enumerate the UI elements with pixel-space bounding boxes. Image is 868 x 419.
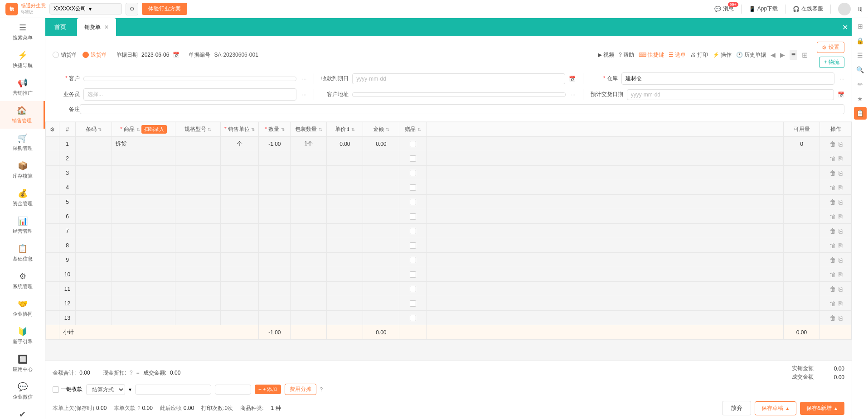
warehouse-dots[interactable]: ··· — [840, 76, 844, 82]
td-unit-1[interactable]: 个 — [221, 137, 259, 151]
delete-icon-3[interactable]: 🗑 — [829, 169, 836, 177]
th-gift[interactable]: 赠品 ⇅ — [399, 122, 427, 137]
delete-icon-6[interactable]: 🗑 — [829, 213, 836, 220]
expected-date-input[interactable]: yyyy-mm-dd — [627, 89, 834, 100]
message-btn[interactable]: 💬 消息 99+ — [714, 5, 734, 13]
logistics-btn[interactable]: + 物流 — [819, 57, 844, 68]
settlement-method-select[interactable]: 结算方式 — [86, 384, 125, 395]
online-service-btn[interactable]: 🎧 在线客服 — [793, 5, 823, 13]
toolbar-help[interactable]: ? 帮助 — [619, 51, 634, 59]
delete-icon-7[interactable]: 🗑 — [829, 227, 836, 235]
sidebar-item-basic-info[interactable]: 📋 基础信息 — [0, 239, 45, 267]
sidebar-item-quick-nav[interactable]: ⚡ 快捷导航 — [0, 46, 45, 73]
td-qty-1[interactable]: -1.00 — [259, 137, 291, 151]
td-price-1[interactable]: 0.00 — [327, 137, 363, 151]
list-view-icon[interactable]: ≡ — [790, 50, 797, 60]
delete-icon-4[interactable]: 🗑 — [829, 184, 836, 191]
copy-icon-8[interactable]: ⎘ — [839, 242, 842, 249]
one-click-payment[interactable]: 一键收款 — [53, 385, 82, 393]
warehouse-input[interactable]: 建材仓 — [621, 72, 834, 85]
toolbar-video[interactable]: ▶ 视频 — [598, 51, 614, 59]
rp-filter-icon[interactable]: ☰ — [854, 49, 867, 62]
copy-icon-3[interactable]: ⎘ — [839, 169, 842, 177]
th-pkg-qty[interactable]: 包装数量 ⇅ — [291, 122, 327, 137]
copy-icon-5[interactable]: ⎘ — [839, 198, 842, 206]
save-draft-button[interactable]: 保存草稿 ▲ — [755, 401, 796, 415]
expected-calendar-icon[interactable]: 📅 — [838, 92, 844, 98]
fees-question-icon[interactable]: ? — [320, 386, 323, 393]
copy-icon-2[interactable]: ⎘ — [839, 155, 842, 162]
grid-view-icon[interactable]: ⊞ — [802, 51, 808, 59]
rp-lock-icon[interactable]: 🔒 — [854, 34, 867, 47]
radio-sales-order[interactable]: 销货单 — [53, 51, 77, 59]
discard-button[interactable]: 放弃 — [722, 401, 751, 415]
customer-input[interactable] — [83, 77, 296, 81]
sidebar-item-enterprise-wechat[interactable]: 💬 企业微信 — [0, 377, 45, 405]
sidebar-item-marketing[interactable]: 📢 营销推广 — [0, 73, 45, 101]
salesperson-input[interactable]: 选择... — [83, 88, 296, 101]
toolbar-print[interactable]: 🖨 打印 — [690, 51, 708, 59]
add-payment-button[interactable]: + + 添加 — [255, 385, 281, 394]
sidebar-item-sys-mgmt[interactable]: ⚙ 系统管理 — [0, 267, 45, 294]
th-qty[interactable]: * 数量 ⇅ — [259, 122, 291, 137]
delete-icon-10[interactable]: 🗑 — [829, 271, 836, 278]
customer-addr-input[interactable] — [352, 92, 565, 97]
rp-table-icon[interactable]: ⊞ — [854, 20, 867, 33]
sidebar-item-operations[interactable]: 📊 经营管理 — [0, 212, 45, 239]
delete-icon-2[interactable]: 🗑 — [829, 155, 836, 162]
company-selector[interactable]: XXXXXX公司 ▾ — [49, 3, 122, 14]
tabbar-right-close[interactable]: ✕ — [842, 23, 848, 32]
td-pkg-qty-1[interactable]: 1个 — [291, 137, 327, 151]
copy-icon-9[interactable]: ⎘ — [839, 256, 842, 264]
delete-icon-8[interactable]: 🗑 — [829, 242, 836, 249]
customer-dots[interactable]: ··· — [302, 76, 306, 82]
app-download-btn[interactable]: 📱 App下载 — [749, 5, 778, 13]
rp-star-icon[interactable]: ★ — [854, 92, 867, 105]
save-new-button[interactable]: 保存&新增 ▲ — [800, 402, 844, 415]
th-barcode[interactable]: 条码 ⇅ — [76, 122, 112, 137]
th-product[interactable]: * 商品 ⇅ 扫码录入 — [112, 122, 175, 137]
th-unit[interactable]: * 销售单位 ⇅ — [221, 122, 259, 137]
toolbar-shortcut[interactable]: ⌨ 快捷键 — [639, 51, 664, 59]
receipt-date-input[interactable]: yyyy-mm-dd — [352, 73, 565, 84]
sidebar-item-inventory[interactable]: 📦 库存核算 — [0, 156, 45, 184]
sidebar-item-new-guide[interactable]: 🔰 新手引导 — [0, 322, 45, 350]
sidebar-item-search-order[interactable]: ☰ 搜索菜单 — [0, 18, 45, 46]
settings-btn[interactable]: ⚙ 设置 — [817, 42, 844, 53]
copy-icon-13[interactable]: ⎘ — [839, 314, 842, 322]
td-amount-1[interactable]: 0.00 — [363, 137, 399, 151]
notes-input[interactable] — [80, 104, 844, 114]
copy-icon-11[interactable]: ⎘ — [839, 285, 842, 293]
avatar[interactable] — [838, 3, 851, 15]
copy-icon-7[interactable]: ⎘ — [839, 227, 842, 235]
copy-icon-10[interactable]: ⎘ — [839, 271, 842, 278]
delete-icon-12[interactable]: 🗑 — [829, 300, 836, 307]
delete-icon-11[interactable]: 🗑 — [829, 285, 836, 293]
trial-button[interactable]: 体验行业方案 — [142, 3, 187, 15]
th-amount[interactable]: 金额 ⇅ — [363, 122, 399, 137]
copy-icon-6[interactable]: ⎘ — [839, 213, 842, 220]
sidebar-item-vip-member[interactable]: ✔ 畅会员 — [0, 405, 45, 419]
radio-return-order[interactable]: 退货单 — [82, 51, 107, 59]
one-click-checkbox[interactable] — [53, 386, 59, 393]
td-product-1[interactable]: 拆货 — [112, 137, 175, 151]
copy-icon-1[interactable]: ⎘ — [839, 140, 842, 148]
customer-addr-dots[interactable]: ··· — [571, 92, 576, 98]
salesperson-dots[interactable]: ··· — [302, 92, 306, 98]
fees-split-button[interactable]: 费用分摊 — [285, 384, 316, 395]
td-spec-1[interactable] — [175, 137, 221, 151]
sidebar-item-sales-mgmt[interactable]: 🏠 销售管理 — [0, 101, 45, 129]
th-spec[interactable]: 规格型号 ⇅ — [175, 122, 221, 137]
td-gift-1[interactable] — [399, 137, 427, 151]
toolbar-select[interactable]: ☰ 选单 — [669, 51, 686, 59]
receipt-calendar-icon[interactable]: 📅 — [569, 76, 576, 82]
nav-prev-icon[interactable]: ◀ — [771, 51, 776, 58]
sidebar-item-capital-mgmt[interactable]: 💰 资金管理 — [0, 184, 45, 212]
delete-icon-13[interactable]: 🗑 — [829, 314, 836, 322]
td-settings-1[interactable] — [46, 137, 59, 151]
delete-icon-1[interactable]: 🗑 — [829, 140, 836, 148]
rp-edit-icon[interactable]: ✏ — [854, 78, 867, 91]
scan-button[interactable]: 扫码录入 — [141, 125, 167, 134]
th-price[interactable]: 单价 ℹ ⇅ — [327, 122, 363, 137]
question-icon[interactable]: ? — [130, 370, 133, 376]
